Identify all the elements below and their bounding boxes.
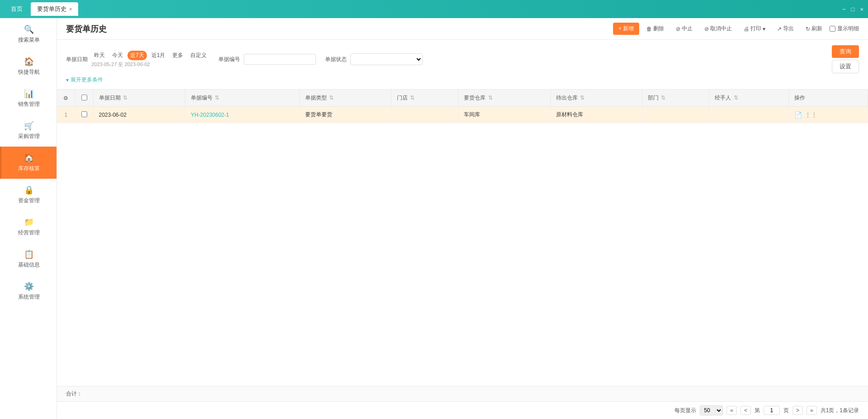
refresh-icon: ↻ [806,26,810,32]
col-dept[interactable]: 部门 ⇅ [642,90,709,107]
doc-status-label: 单据状态 [325,56,347,63]
sidebar-item-label: 快捷导航 [18,68,40,76]
row-checkbox-cell [75,107,93,123]
prev-page-button[interactable]: < [741,406,751,415]
sort-handler-icon: ⇅ [734,95,738,101]
per-page-select[interactable]: 20 50 100 200 [700,405,723,415]
per-page-label: 每页显示 [675,407,696,414]
sidebar-item-label: 资金管理 [18,197,40,205]
sidebar-item-label: 系统管理 [18,293,40,301]
page-label-before: 第 [755,407,760,414]
top-bar: 首页 要货单历史 × − □ × [0,0,868,18]
row-doc-type: 要货单要货 [299,107,391,123]
row-num: 1 [57,107,75,123]
date-shortcuts: 昨天 今天 近7天 近1月 更多 自定义 2023-05-27 至 2023-0… [91,51,209,68]
expand-icon: ▾ [66,77,69,83]
print-dropdown-icon: ▾ [763,26,765,32]
row-req-warehouse: 车间库 [458,107,550,123]
next-page-button[interactable]: > [793,406,803,415]
sort-date-icon: ⇅ [123,95,127,101]
close-tab-icon[interactable]: × [69,6,72,12]
export-icon: ↗ [777,26,782,32]
sidebar-item-quick-nav[interactable]: 🏠 快捷导航 [0,50,57,82]
doc-status-filter-group: 单据状态 [325,53,423,65]
view-action-icon[interactable]: 📄 [794,111,802,119]
new-button[interactable]: + 新增 [613,23,639,35]
row-dept [642,107,709,123]
first-page-button[interactable]: « [726,406,737,415]
maximize-icon[interactable]: □ [851,6,855,13]
finance-icon: 🔒 [24,185,34,195]
col-actions: 操作 [788,90,868,107]
doc-status-select[interactable] [350,53,423,65]
sidebar-item-system[interactable]: ⚙️ 系统管理 [0,275,57,307]
table-container: ⚙ 单据日期 ⇅ 单据编号 ⇅ [57,90,868,386]
shortcut-custom[interactable]: 自定义 [188,51,209,60]
minimize-icon[interactable]: − [842,6,846,13]
shortcut-today[interactable]: 今天 [109,51,126,60]
sidebar-item-basic[interactable]: 📋 基础信息 [0,243,57,275]
shortcut-7days[interactable]: 近7天 [127,51,147,60]
col-req-warehouse[interactable]: 要货仓库 ⇅ [458,90,550,107]
expand-more-btn[interactable]: ▾ 展开更多条件 [66,76,859,84]
sidebar-item-label: 基础信息 [18,261,40,269]
sidebar-item-finance[interactable]: 🔒 资金管理 [0,179,57,211]
query-button[interactable]: 查询 [832,45,859,58]
col-settings[interactable]: ⚙ [57,90,75,107]
display-detail-checkbox[interactable] [830,26,835,32]
doc-number-filter-group: 单据编号 [218,54,316,65]
page-header: 要货单历史 + 新增 🗑 删除 ⊘ 中止 ⊘ 取消中止 🖨 打印 [57,18,868,40]
sales-icon: 📊 [24,89,34,99]
sidebar-item-label: 采购管理 [18,133,40,140]
sort-pendwh-icon: ⇅ [580,95,585,101]
sidebar: 🔍 搜索菜单 🏠 快捷导航 📊 销售管理 🛒 采购管理 🏠 库存核算 🔒 资金管… [0,18,57,419]
sidebar-item-operation[interactable]: 📁 经营管理 [0,211,57,243]
cancel-stop-button[interactable]: ⊘ 取消中止 [700,23,736,34]
purchase-icon: 🛒 [24,121,34,131]
toolbar: + 新增 🗑 删除 ⊘ 中止 ⊘ 取消中止 🖨 打印 ▾ [613,23,859,35]
col-doc-type[interactable]: 单据类型 ⇅ [299,90,391,107]
sidebar-item-sales[interactable]: 📊 销售管理 [0,82,57,114]
top-tabs: 首页 要货单历史 × [5,2,842,16]
select-all-checkbox[interactable] [81,95,87,100]
col-store[interactable]: 门店 ⇅ [392,90,458,107]
sidebar-item-label: 经营管理 [18,229,40,237]
col-handler[interactable]: 经手人 ⇅ [709,90,789,107]
settings-button[interactable]: 设置 [832,60,859,73]
sort-docno-icon: ⇅ [215,95,219,101]
sidebar-item-purchase[interactable]: 🛒 采购管理 [0,114,57,147]
row-date: 2023-06-02 [93,107,185,123]
display-detail-toggle[interactable]: 显示明细 [830,25,859,33]
col-date[interactable]: 单据日期 ⇅ [93,90,185,107]
summary-label: 合计： [66,390,82,397]
sort-dept-icon: ⇅ [661,95,665,101]
doc-number-input[interactable] [244,54,316,65]
more-action-icon[interactable]: ⋮⋮ [805,111,817,119]
main-layout: 🔍 搜索菜单 🏠 快捷导航 📊 销售管理 🛒 采购管理 🏠 库存核算 🔒 资金管… [0,18,868,419]
row-store [392,107,458,123]
last-page-button[interactable]: » [807,406,817,415]
export-button[interactable]: ↗ 导出 [773,23,798,34]
print-icon: 🖨 [744,26,749,32]
refresh-button[interactable]: ↻ 刷新 [801,23,827,34]
row-checkbox[interactable] [81,111,87,117]
quick-nav-icon: 🏠 [24,57,34,67]
tab-home[interactable]: 首页 [5,2,29,16]
window-controls: − □ × [842,6,863,13]
delete-button[interactable]: 🗑 删除 [642,23,669,34]
sidebar-item-inventory[interactable]: 🏠 库存核算 [0,147,57,179]
shortcut-1month[interactable]: 近1月 [149,51,168,60]
shortcut-yesterday[interactable]: 昨天 [91,51,108,60]
tab-active[interactable]: 要货单历史 × [31,2,78,16]
col-doc-no[interactable]: 单据编号 ⇅ [185,90,299,107]
print-button[interactable]: 🖨 打印 ▾ [739,23,770,34]
col-pending-warehouse[interactable]: 待出仓库 ⇅ [550,90,642,107]
page-number-input[interactable] [764,406,780,415]
filter-row: 单据日期 昨天 今天 近7天 近1月 更多 自定义 2023-05-27 至 2… [66,45,859,73]
doc-no-link[interactable]: YH-20230602-1 [191,112,229,118]
close-window-icon[interactable]: × [860,6,863,13]
stop-button[interactable]: ⊘ 中止 [671,23,697,34]
sidebar-item-search-menu[interactable]: 🔍 搜索菜单 [0,18,57,50]
shortcut-more[interactable]: 更多 [170,51,186,60]
basic-icon: 📋 [24,249,34,259]
